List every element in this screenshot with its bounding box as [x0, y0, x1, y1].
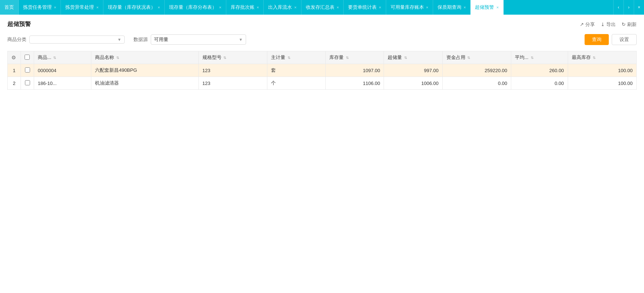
page-header: 超储预警 ↗ 分享 ⤓ 导出 ↻ 刷新 — [7, 21, 637, 28]
col-unit-sort-icon: ⇅ — [288, 56, 290, 60]
nav-stock-status[interactable]: 现存量（库存状况表） × — [103, 0, 165, 15]
close-available-stock-icon[interactable]: × — [426, 5, 428, 10]
col-name[interactable]: 商品名称 ⇅ — [91, 51, 198, 64]
row-capital-1: 0.00 — [442, 77, 511, 90]
category-select[interactable]: ▼ — [29, 36, 125, 44]
nav-batch-account[interactable]: 库存批次账 × — [226, 0, 264, 15]
settings-button[interactable]: 设置 — [612, 34, 637, 45]
col-excess-sort-icon: ⇅ — [404, 56, 407, 60]
datasource-chevron-icon: ▼ — [239, 37, 243, 42]
filter-row: 商品分类 ▼ 数据源 可用量 ▼ 查询 设置 — [7, 34, 637, 45]
share-button[interactable]: ↗ 分享 — [580, 21, 595, 28]
nav-available-stock-label: 可用量库存账本 — [391, 4, 424, 11]
page-actions: ↗ 分享 ⤓ 导出 ↻ 刷新 — [580, 21, 637, 28]
nav-collect-summary[interactable]: 收发存汇总表 × — [301, 0, 344, 15]
row-index-1: 2 — [8, 77, 21, 90]
col-stock-label: 库存量 — [329, 55, 344, 60]
nav-overstock-alert-label: 超储预警 — [475, 4, 494, 11]
row-maxstock-0: 100.00 — [568, 64, 636, 77]
row-checkbox-1[interactable] — [25, 80, 30, 85]
col-id-label: 商品... — [38, 55, 51, 60]
col-id[interactable]: 商品... ⇅ — [34, 51, 91, 64]
refresh-button[interactable]: ↻ 刷新 — [622, 21, 637, 28]
row-maxstock-1: 100.00 — [568, 77, 636, 90]
row-checkbox-cell-1[interactable] — [21, 77, 34, 90]
col-excess[interactable]: 超储量 ⇅ — [384, 51, 442, 64]
col-name-label: 商品名称 — [95, 55, 114, 60]
col-avg[interactable]: 平均... ⇅ — [511, 51, 568, 64]
col-spec-sort-icon: ⇅ — [223, 56, 226, 60]
nav-arrows: ‹ › × — [613, 0, 644, 15]
col-unit[interactable]: 主计量 ⇅ — [267, 51, 326, 64]
nav-stock-dist[interactable]: 现存量（库存分布表） × — [165, 0, 226, 15]
nav-pick-task[interactable]: 拣货任务管理 × — [19, 0, 61, 15]
col-id-sort-icon: ⇅ — [53, 56, 56, 60]
row-capital-0: 259220.00 — [442, 64, 511, 77]
page-title: 超储预警 — [7, 21, 31, 28]
nav-inout-flow-label: 出入库流水 — [268, 4, 292, 11]
close-overstock-alert-icon[interactable]: × — [496, 5, 498, 10]
datasource-select-text: 可用量 — [154, 36, 168, 43]
nav-available-stock[interactable]: 可用量库存账本 × — [386, 0, 433, 15]
close-pick-exception-icon[interactable]: × — [96, 5, 98, 10]
close-expiry-query-icon[interactable]: × — [464, 5, 466, 10]
query-button[interactable]: 查询 — [585, 34, 609, 45]
share-icon: ↗ — [580, 22, 584, 27]
nav-overstock-alert[interactable]: 超储预警 × — [471, 0, 503, 15]
nav-home-label: 首页 — [4, 4, 14, 11]
nav-pick-exception[interactable]: 拣货异常处理 × — [61, 0, 103, 15]
table-row: 1 0000004 六配套新昌490BPG 123 套 1097.00 997.… — [8, 64, 637, 77]
nav-arrow-close[interactable]: × — [634, 0, 644, 15]
col-spec-label: 规格型号 — [202, 55, 222, 60]
row-id-0: 0000004 — [34, 64, 91, 77]
select-all-checkbox[interactable] — [25, 55, 30, 60]
col-maxstock[interactable]: 最高库存 ⇅ — [568, 51, 636, 64]
close-collect-summary-icon[interactable]: × — [337, 5, 339, 10]
nav-inout-flow[interactable]: 出入库流水 × — [264, 0, 301, 15]
col-avg-label: 平均... — [515, 55, 528, 60]
nav-order-stats-label: 要货单统计表 — [348, 4, 377, 11]
category-label: 商品分类 — [7, 36, 26, 43]
row-checkbox-cell-0[interactable] — [21, 64, 34, 77]
nav-stock-dist-label: 现存量（库存分布表） — [169, 4, 217, 11]
nav-order-stats[interactable]: 要货单统计表 × — [344, 0, 386, 15]
datasource-select[interactable]: 可用量 ▼ — [151, 34, 246, 45]
refresh-icon: ↻ — [622, 22, 626, 27]
nav-expiry-query-label: 保质期查询 — [438, 4, 461, 11]
export-button[interactable]: ⤓ 导出 — [601, 21, 616, 28]
col-spec[interactable]: 规格型号 ⇅ — [198, 51, 267, 64]
nav-arrow-left[interactable]: ‹ — [613, 0, 623, 15]
col-capital-label: 资金占用 — [446, 55, 465, 60]
share-label: 分享 — [585, 21, 595, 28]
nav-batch-account-label: 库存批次账 — [231, 4, 255, 11]
row-checkbox-0[interactable] — [25, 67, 30, 73]
export-icon: ⤓ — [601, 22, 605, 27]
col-unit-label: 主计量 — [271, 55, 285, 60]
row-excess-1: 1006.00 — [384, 77, 442, 90]
close-stock-status-icon[interactable]: × — [158, 5, 160, 10]
filter-buttons: 查询 设置 — [585, 34, 637, 45]
close-stock-dist-icon[interactable]: × — [219, 5, 221, 10]
close-batch-account-icon[interactable]: × — [257, 5, 259, 10]
nav-expiry-query[interactable]: 保质期查询 × — [433, 0, 471, 15]
gear-icon[interactable]: ⚙ — [11, 55, 16, 60]
datasource-label: 数据源 — [133, 36, 148, 43]
data-table: ⚙ 商品... ⇅ 商品名称 ⇅ 规格型号 ⇅ 主计量 — [7, 51, 637, 90]
close-pick-task-icon[interactable]: × — [54, 5, 56, 10]
close-order-stats-icon[interactable]: × — [379, 5, 381, 10]
col-stock[interactable]: 库存量 ⇅ — [326, 51, 384, 64]
row-avg-1: 0.00 — [511, 77, 568, 90]
row-unit-0: 套 — [267, 64, 326, 77]
export-label: 导出 — [606, 21, 616, 28]
nav-stock-status-label: 现存量（库存状况表） — [108, 4, 155, 11]
col-capital[interactable]: 资金占用 ⇅ — [442, 51, 511, 64]
col-maxstock-sort-icon: ⇅ — [593, 56, 596, 60]
close-inout-flow-icon[interactable]: × — [294, 5, 296, 10]
table-row: 2 186-10... 机油滤清器 123 个 1106.00 1006.00 … — [8, 77, 637, 90]
nav-arrow-right[interactable]: › — [623, 0, 634, 15]
nav-home[interactable]: 首页 — [0, 0, 19, 15]
nav-pick-exception-label: 拣货异常处理 — [65, 4, 94, 11]
col-excess-label: 超储量 — [388, 55, 402, 60]
main-content: 超储预警 ↗ 分享 ⤓ 导出 ↻ 刷新 商品分类 ▼ 数据源 — [0, 15, 644, 293]
top-navigation: 首页 拣货任务管理 × 拣货异常处理 × 现存量（库存状况表） × 现存量（库存… — [0, 0, 644, 15]
